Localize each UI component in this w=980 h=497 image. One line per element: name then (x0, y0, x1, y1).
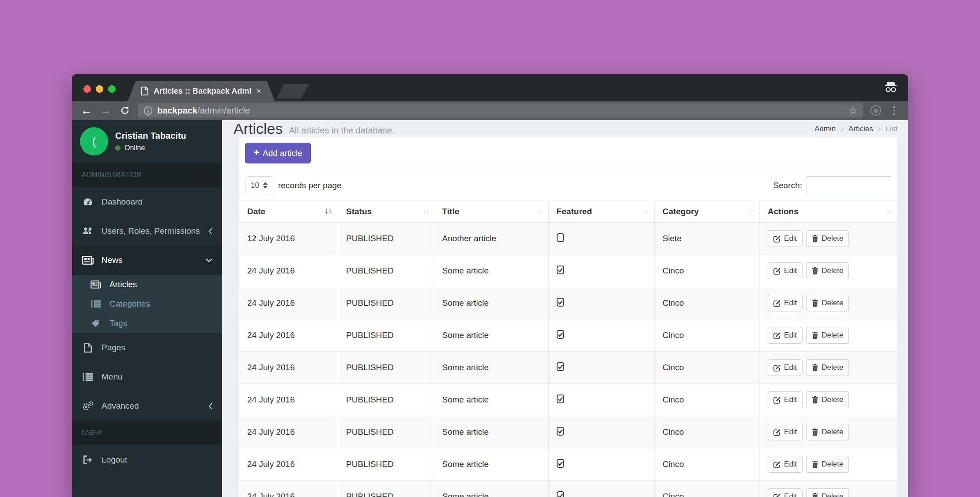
edit-button[interactable]: Edit (768, 295, 803, 311)
column-header-category[interactable]: Category↓↑ (654, 201, 759, 223)
sort-icon: ↓↑ (748, 207, 754, 216)
breadcrumb-list: List (886, 125, 897, 133)
browser-tab[interactable]: Articles :: Backpack Admin × (128, 81, 275, 101)
bookmark-star-icon[interactable]: ☆ (848, 105, 857, 117)
featured-checkbox[interactable] (557, 233, 564, 242)
tab-close-icon[interactable]: × (256, 86, 261, 96)
add-article-button[interactable]: + Add article (245, 143, 311, 163)
list-icon (90, 300, 102, 308)
table-controls: 10 records per page Search: (239, 169, 897, 201)
reload-button[interactable] (120, 105, 130, 116)
close-window-button[interactable] (83, 85, 91, 93)
delete-button[interactable]: Delete (806, 359, 849, 376)
edit-icon (773, 429, 781, 436)
sort-icon: ↓↑ (886, 207, 892, 216)
edit-button[interactable]: Edit (768, 456, 803, 473)
edit-button[interactable]: Edit (768, 327, 803, 344)
content-box: + Add article 10 records per page Search… (239, 137, 897, 497)
sidebar-item-label: Advanced (102, 401, 139, 411)
newspaper-icon (90, 281, 102, 288)
delete-button[interactable]: Delete (806, 488, 849, 497)
featured-checkbox[interactable] (557, 362, 564, 371)
featured-checkbox[interactable] (557, 427, 564, 436)
delete-button[interactable]: Delete (806, 327, 849, 344)
column-header-status[interactable]: Status↓↑ (338, 201, 434, 223)
column-header-featured[interactable]: Featured↓↑ (548, 201, 654, 223)
delete-button[interactable]: Delete (806, 295, 849, 311)
profile-icon[interactable]: ☻ (871, 105, 881, 116)
edit-button[interactable]: Edit (768, 391, 803, 408)
cell-title: Some article (434, 384, 548, 416)
sidebar-item-label: Pages (102, 343, 125, 353)
featured-checkbox[interactable] (557, 298, 564, 307)
breadcrumb-admin[interactable]: Admin (814, 125, 836, 133)
chevron-left-icon (208, 228, 212, 235)
edit-button[interactable]: Edit (768, 424, 803, 440)
sidebar-item-news[interactable]: News (72, 246, 222, 275)
cell-status: PUBLISHED (338, 319, 434, 352)
tag-icon (90, 319, 102, 328)
sidebar-item-articles[interactable]: Articles (72, 275, 222, 294)
cell-date: 12 July 2016 (239, 223, 338, 255)
edit-icon (773, 396, 781, 404)
delete-button[interactable]: Delete (806, 391, 849, 408)
back-button[interactable]: ← (81, 105, 92, 116)
minimize-window-button[interactable] (96, 85, 103, 93)
new-tab-button[interactable] (276, 84, 309, 99)
edit-button[interactable]: Edit (768, 359, 803, 376)
featured-checkbox[interactable] (557, 459, 564, 468)
column-header-date[interactable]: Date (239, 201, 338, 223)
newspaper-icon (82, 256, 94, 265)
cell-status: PUBLISHED (338, 255, 434, 287)
breadcrumb-articles[interactable]: Articles (848, 125, 873, 133)
chevron-down-icon (206, 258, 212, 262)
delete-button[interactable]: Delete (806, 456, 849, 473)
cell-title: Some article (434, 255, 548, 287)
featured-checkbox[interactable] (557, 395, 564, 403)
content-header: Articles All articles in the database. A… (222, 120, 908, 137)
edit-button[interactable]: Edit (768, 488, 803, 497)
cell-category: Cinco (654, 352, 759, 384)
search-input[interactable] (807, 176, 891, 194)
sidebar-item-menu[interactable]: Menu (72, 362, 222, 391)
edit-button[interactable]: Edit (768, 262, 803, 279)
column-header-title[interactable]: Title↓↑ (434, 201, 548, 223)
browser-menu-icon[interactable]: ⋮ (889, 105, 899, 117)
table-row: 24 July 2016 PUBLISHED Some article Cinc… (239, 352, 897, 384)
column-header-actions[interactable]: Actions↓↑ (760, 201, 897, 223)
cell-actions: Edit Delete (760, 255, 897, 287)
featured-checkbox[interactable] (557, 266, 564, 274)
delete-button[interactable]: Delete (806, 230, 849, 247)
delete-button[interactable]: Delete (806, 262, 849, 279)
page-size-value: 10 (251, 181, 259, 190)
gears-icon (82, 401, 94, 411)
sidebar-item-label: Tags (109, 319, 127, 328)
cell-actions: Edit Delete (760, 448, 897, 481)
trash-icon (812, 493, 818, 497)
user-name: Cristian Tabacitu (115, 131, 186, 141)
url-bar[interactable]: backpack/admin/article ☆ (138, 103, 863, 118)
edit-button[interactable]: Edit (768, 230, 803, 247)
logout-icon (82, 455, 94, 464)
cell-category: Cinco (654, 384, 759, 416)
page-size-select[interactable]: 10 (245, 176, 273, 194)
sidebar-item-tags[interactable]: Tags (72, 314, 222, 333)
sidebar-item-pages[interactable]: Pages (72, 333, 222, 362)
cell-date: 24 July 2016 (239, 255, 338, 287)
featured-checkbox[interactable] (557, 491, 564, 497)
sidebar-item-dashboard[interactable]: Dashboard (72, 187, 222, 216)
trash-icon (812, 396, 818, 404)
edit-icon (773, 332, 781, 339)
sidebar-item-advanced[interactable]: Advanced (72, 391, 222, 421)
zoom-window-button[interactable] (108, 85, 116, 93)
edit-icon (773, 267, 781, 275)
sidebar-item-logout[interactable]: Logout (72, 445, 222, 474)
sidebar-item-categories[interactable]: Categories (72, 294, 222, 314)
cell-featured (548, 384, 654, 416)
cell-status: PUBLISHED (338, 448, 434, 481)
delete-button[interactable]: Delete (806, 424, 849, 440)
info-icon[interactable] (143, 106, 153, 115)
sidebar-item-users-roles-permissions[interactable]: Users, Roles, Permissions (72, 216, 222, 246)
trash-icon (812, 267, 818, 275)
featured-checkbox[interactable] (557, 330, 564, 339)
